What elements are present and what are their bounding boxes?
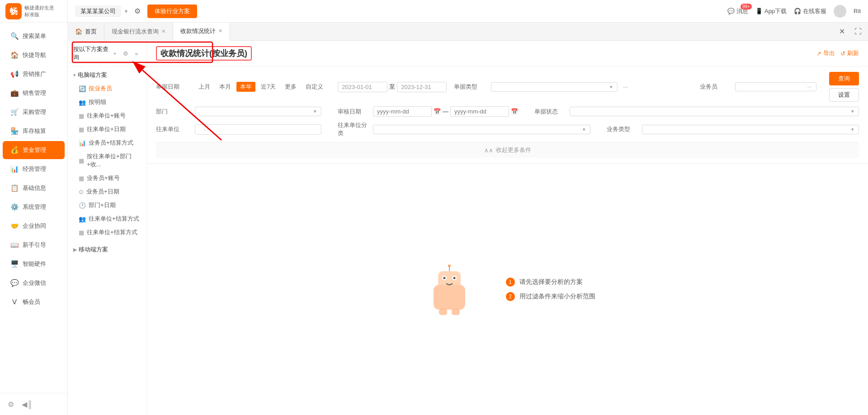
export-button[interactable]: ↗ 导出 [816, 49, 835, 57]
audit-to-input[interactable] [450, 106, 509, 117]
partner-category-select[interactable]: ▾ [373, 125, 590, 134]
partner_date-icon: ▦ [79, 126, 84, 133]
company-name[interactable]: 某某某某公司 [75, 5, 121, 17]
trial-button[interactable]: 体验行业方案 [147, 5, 197, 18]
user-name[interactable]: Rit [854, 8, 861, 14]
scheme-item-partner_settlement2[interactable]: ▦往来单位+结算方式 [68, 226, 146, 239]
message-item[interactable]: 💬 消息 99+ [727, 7, 748, 15]
tab-bank[interactable]: 现金银行流水查询 ✕ [104, 23, 173, 41]
scheme-item-partner_settlement1[interactable]: 👥往来单位+结算方式 [68, 212, 146, 226]
scheme-item-partner_dept_receipt[interactable]: ▦按往来单位+部门+收... [68, 150, 146, 171]
bill-status-select[interactable]: ▾ [570, 107, 859, 116]
collapse-icon: ∧∧ [484, 147, 493, 154]
sidebar-item-finance[interactable]: 💰资金管理 [3, 141, 65, 159]
scheme-item-label-by_salesperson: 按业务员 [89, 85, 112, 93]
sidebar-item-enterprise[interactable]: 🤝企业协同 [3, 217, 65, 235]
scheme-collapse-icon[interactable]: « [132, 49, 141, 58]
calendar-icon-right[interactable]: 📅 [511, 108, 518, 115]
query-button[interactable]: 查询 [829, 72, 859, 85]
salesperson_account-icon: ▦ [79, 175, 84, 182]
tab-maximize-icon[interactable]: ⛶ [852, 25, 864, 38]
scheme-item-label-salesperson_settlement: 业务员+结算方式 [89, 139, 133, 147]
sidebar-item-wechat[interactable]: 💬企业微信 [3, 274, 65, 292]
date-shortcut-this-month[interactable]: 本月 [216, 82, 235, 92]
message-icon: 💬 [727, 8, 735, 14]
top-settings-icon[interactable]: ⚙ [131, 5, 144, 18]
sidebar-item-quicknav[interactable]: 🏠快捷导航 [3, 46, 65, 64]
by_salesperson-icon: 🔄 [79, 85, 86, 92]
sidebar-item-system[interactable]: ⚙️系统管理 [3, 198, 65, 216]
sidebar-item-hardware[interactable]: 🖥️智能硬件 [3, 255, 65, 273]
tab-receipt[interactable]: 收款情况统计 ✕ [173, 23, 230, 41]
scheme-group-mobile-header[interactable]: ▶ 移动端方案 [68, 243, 146, 256]
sidebar-item-label-quicknav: 快捷导航 [23, 51, 46, 59]
sidebar-item-sales[interactable]: 💼销售管理 [3, 84, 65, 102]
audit-date-label: 审核日期 [338, 108, 369, 116]
scheme-item-label-dept_date: 部门+日期 [89, 201, 116, 209]
scheme-item-partner_account[interactable]: ▦往来单位+账号 [68, 109, 146, 123]
bill-type-select[interactable]: ▾ [491, 82, 618, 92]
user-avatar[interactable] [834, 5, 846, 18]
scheme-item-salesperson_account[interactable]: ▦业务员+账号 [68, 171, 146, 185]
operations-icon: 📊 [10, 165, 19, 174]
sidebar-item-guide[interactable]: 📖新手引导 [3, 236, 65, 254]
sidebar-item-inventory[interactable]: 🏪库存核算 [3, 122, 65, 140]
scheme-item-label-salesperson_date: 业务员+日期 [86, 188, 119, 196]
bill-type-more-icon[interactable]: ··· [623, 83, 628, 90]
sidebar-item-basics[interactable]: 📋基础信息 [3, 179, 65, 197]
sidebar-item-marketing[interactable]: 📢营销推广 [3, 65, 65, 83]
tab-close-all-icon[interactable]: ✕ [835, 25, 848, 38]
sidebar-item-purchase[interactable]: 🛒采购管理 [3, 103, 65, 121]
calendar-icon-left[interactable]: 📅 [434, 108, 441, 115]
scheme-item-by_salesperson[interactable]: 🔄按业务员 [68, 82, 146, 95]
dept-select[interactable]: ▾ [195, 107, 321, 116]
company-dropdown-icon[interactable]: ▾ [125, 8, 127, 14]
salesperson-select[interactable]: ··· [735, 82, 816, 91]
scheme-item-salesperson_date[interactable]: ⊙业务员+日期 [68, 185, 146, 198]
scheme-item-salesperson_settlement[interactable]: 📊业务员+结算方式 [68, 136, 146, 150]
scheme-add-icon[interactable]: + [110, 49, 119, 58]
filter-panel: 单据日期 上月 本月 本年 近7天 更多 自定义 至 [147, 66, 868, 164]
scheme-group-pc-header[interactable]: ▾ 电脑端方案 [68, 68, 146, 82]
scheme-item-label-by_detail: 按明细 [89, 98, 106, 106]
business-type-select[interactable]: ▾ [642, 125, 859, 134]
date-from-input[interactable] [338, 82, 387, 92]
bill-status-label: 单据状态 [534, 108, 566, 116]
app-download-item[interactable]: 📱 App下载 [755, 7, 787, 15]
date-to-input[interactable] [397, 82, 447, 92]
sidebar-item-operations[interactable]: 📊经营管理 [3, 160, 65, 178]
date-shortcut-custom[interactable]: 自定义 [302, 82, 327, 92]
scheme-item-dept_date[interactable]: 🕐部门+日期 [68, 198, 146, 212]
sidebar-item-label-guide: 新手引导 [23, 241, 46, 249]
partner-more-icon[interactable]: ··· [203, 126, 208, 133]
page-header: 收款情况统计(按业务员) ↗ 导出 ↺ 刷新 [147, 41, 868, 66]
collapse-sidebar-icon[interactable]: ◀║ [21, 398, 33, 410]
settings-bottom-icon[interactable]: ⚙ [5, 398, 17, 410]
sidebar-item-label-purchase: 采购管理 [23, 108, 46, 116]
scheme-panel: 按以下方案查询 + ⚙ « ▾ 电脑端方案 🔄按业务员👥按明细▦往来单位+账号▦… [68, 41, 147, 415]
tab-bank-close[interactable]: ✕ [161, 28, 165, 34]
svg-point-5 [453, 277, 455, 279]
sidebar-item-search[interactable]: 🔍搜索菜单 [3, 27, 65, 45]
scheme-item-partner_date[interactable]: ▦往来单位+日期 [68, 123, 146, 136]
sales-icon: 💼 [10, 89, 19, 98]
step-2-num: 2 [506, 292, 515, 301]
date-shortcut-prev-month[interactable]: 上月 [195, 82, 214, 92]
date-shortcut-more[interactable]: 更多 [281, 82, 300, 92]
tab-receipt-close[interactable]: ✕ [218, 28, 222, 34]
tab-home[interactable]: 🏠 首页 [68, 23, 104, 41]
sidebar: 畅 畅捷通好生意 标准版 🔍搜索菜单🏠快捷导航📢营销推广💼销售管理🛒采购管理🏪库… [0, 0, 68, 415]
refresh-button[interactable]: ↺ 刷新 [840, 49, 859, 57]
svg-point-7 [448, 264, 451, 267]
page: 收款情况统计(按业务员) ↗ 导出 ↺ 刷新 [147, 41, 868, 415]
service-item[interactable]: 🎧 在线客服 [794, 7, 826, 15]
date-shortcut-7days[interactable]: 近7天 [257, 82, 279, 92]
audit-from-input[interactable] [373, 106, 432, 117]
date-shortcut-this-year[interactable]: 本年 [236, 82, 255, 92]
sidebar-item-member[interactable]: Ⅴ畅会员 [3, 293, 65, 311]
settings-button[interactable]: 设置 [829, 88, 859, 102]
partner-select[interactable]: ··· [195, 124, 321, 135]
scheme-settings-icon[interactable]: ⚙ [121, 49, 130, 58]
collapse-bar[interactable]: ∧∧ 收起更多条件 [156, 142, 859, 158]
scheme-item-by_detail[interactable]: 👥按明细 [68, 95, 146, 109]
